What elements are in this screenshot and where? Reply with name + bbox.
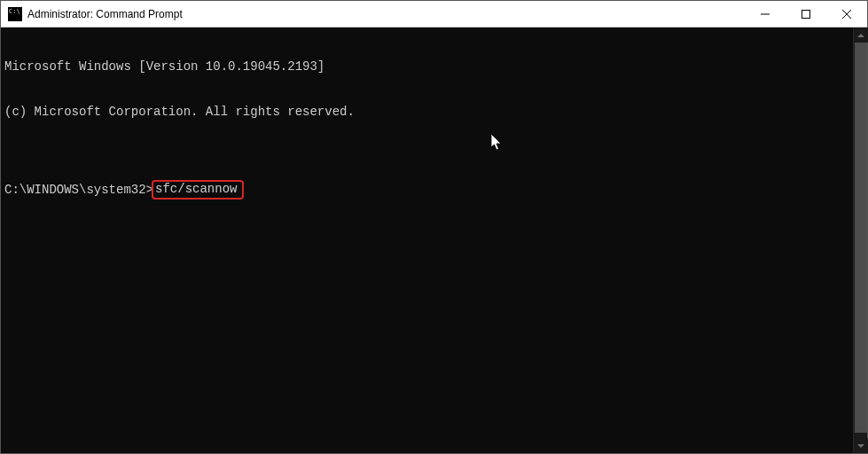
mouse-cursor-icon	[491, 104, 551, 182]
command-text: sfc/scannow	[155, 182, 237, 196]
terminal[interactable]: Microsoft Windows [Version 10.0.19045.21…	[1, 27, 853, 453]
copyright-line: (c) Microsoft Corporation. All rights re…	[4, 105, 849, 120]
chevron-up-icon	[857, 34, 864, 37]
terminal-area: Microsoft Windows [Version 10.0.19045.21…	[1, 27, 867, 453]
prompt-path: C:\WINDOWS\system32>	[4, 183, 153, 198]
minimize-button[interactable]	[745, 1, 786, 27]
scroll-up-button[interactable]	[854, 27, 868, 43]
minimize-icon	[761, 10, 770, 19]
titlebar[interactable]: Administrator: Command Prompt	[1, 1, 867, 27]
cmd-icon	[8, 7, 22, 21]
window-title: Administrator: Command Prompt	[27, 8, 183, 20]
version-line: Microsoft Windows [Version 10.0.19045.21…	[4, 59, 849, 74]
svg-rect-1	[802, 10, 810, 18]
maximize-button[interactable]	[786, 1, 826, 27]
command-highlight: sfc/scannow	[152, 180, 244, 200]
window-controls	[745, 1, 867, 27]
vertical-scrollbar[interactable]	[853, 27, 867, 453]
close-icon	[842, 10, 851, 19]
close-button[interactable]	[826, 1, 867, 27]
maximize-icon	[802, 10, 810, 19]
prompt-line: C:\WINDOWS\system32>sfc/scannow	[4, 180, 849, 200]
chevron-down-icon	[857, 444, 864, 448]
scroll-thumb[interactable]	[855, 43, 867, 433]
command-prompt-window: Administrator: Command Prompt Microsoft …	[0, 0, 868, 454]
scroll-down-button[interactable]	[854, 438, 868, 453]
